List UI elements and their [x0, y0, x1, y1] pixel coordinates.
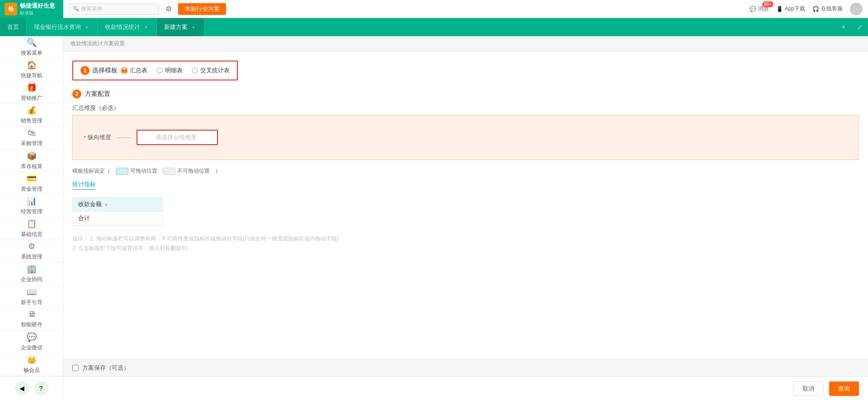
sidebar: 🔍 搜索菜单 🏠 快捷导航 🎁 营销推广 💰 销售管理 🛍 采购管理 📦 库存核…: [0, 36, 63, 400]
col-header-label: 收款金额: [78, 200, 102, 208]
gift-icon: 🎁: [27, 83, 37, 93]
sidebar-item-inventory[interactable]: 📦 库存核算: [0, 150, 63, 172]
tips-line-1: 提示： 1. 拖动标题栏可以调整布局，不可跨维度或指标区域拖动目字段(只能在同一…: [72, 235, 859, 243]
sidebar-label-system: 系统管理: [21, 253, 42, 261]
service-label: 在线客服: [821, 5, 843, 13]
message-icon: 💬: [750, 6, 756, 12]
sidebar-label-operation: 经营管理: [21, 208, 42, 216]
download-icon: 📱: [776, 6, 783, 12]
tab-newplan[interactable]: 新建方案 ×: [157, 18, 204, 36]
dimension-title: 汇总维度（必选）: [72, 104, 119, 111]
tab-newplan-close[interactable]: ×: [190, 24, 197, 30]
bag-icon: 🛍: [28, 128, 36, 138]
sidebar-item-corp[interactable]: 🏢 企业协同: [0, 263, 63, 285]
sidebar-label-inventory: 库存核算: [21, 163, 42, 170]
logo-icon: 畅: [5, 3, 17, 15]
sidebar-label-finance: 资金管理: [21, 185, 42, 193]
logo-text: 畅捷通好生意: [20, 2, 55, 10]
sidebar-item-purchase[interactable]: 🛍 采购管理: [0, 127, 63, 150]
search-icon: 🔍: [27, 38, 37, 47]
box-icon: 📦: [27, 151, 37, 161]
metrics-section: 模板指标设定（ 可拖动位置 不可拖动位置 ） 统计指标: [72, 167, 859, 226]
metrics-col-header[interactable]: 收款金额 ∨: [73, 198, 162, 212]
win-close-btn[interactable]: ×: [835, 18, 852, 36]
logo-sub: 标准版: [20, 10, 55, 16]
cancel-button[interactable]: 取消: [793, 381, 824, 396]
step1-num: 1: [80, 66, 90, 75]
sidebar-item-member[interactable]: 👑 畅会员: [0, 353, 63, 376]
search-placeholder: 搜索菜单: [81, 5, 103, 13]
sidebar-label-basic: 基础信息: [21, 231, 42, 238]
tips-section: 提示： 1. 拖动标题栏可以调整布局，不可跨维度或指标区域拖动目字段(只能在同一…: [72, 235, 859, 252]
metrics-table: 收款金额 ∨ 合计: [72, 197, 163, 226]
sidebar-item-search[interactable]: 🔍 搜索菜单: [0, 36, 63, 59]
radio-summary[interactable]: 汇总表: [121, 66, 147, 75]
crown-icon: 👑: [27, 355, 37, 365]
download-btn[interactable]: 📱 App下载: [776, 5, 805, 13]
service-btn[interactable]: 🎧 在线客服: [812, 5, 843, 13]
radio-detail[interactable]: 明细表: [156, 66, 183, 75]
settings-icon[interactable]: ⚙: [163, 3, 175, 15]
building-icon: 🏢: [27, 264, 37, 274]
sidebar-item-guide[interactable]: 📖 新手引导: [0, 286, 63, 308]
money-icon: 💰: [27, 105, 37, 115]
template-radio-group: 汇总表 明细表 交叉统计表: [121, 66, 230, 75]
win-max-btn[interactable]: ⤢: [852, 18, 868, 36]
search-icon: 🔍: [73, 6, 79, 12]
metrics-config-prefix: 模板指标设定（: [72, 167, 110, 175]
sidebar-label-nav: 快捷导航: [21, 72, 42, 80]
sidebar-label-marketing: 营销推广: [21, 94, 42, 102]
step1-row: 1 选择模板 汇总表: [72, 61, 859, 80]
sidebar-item-hardware[interactable]: 🖥 智能硬件: [0, 308, 63, 331]
sidebar-item-system[interactable]: ⚙ 系统管理: [0, 240, 63, 263]
tab-bank-close[interactable]: ×: [84, 24, 90, 30]
sidebar-item-operation[interactable]: 📊 经营管理: [0, 195, 63, 217]
radio-cross-circle: [192, 67, 198, 74]
sidebar-item-sales[interactable]: 💰 销售管理: [0, 104, 63, 127]
search-box[interactable]: 🔍 搜索菜单: [69, 3, 159, 15]
dim-arrow: ——: [117, 133, 131, 141]
industry-btn[interactable]: 体验行业方案: [178, 3, 226, 15]
dimension-placeholder: 请选择分组维度: [156, 133, 197, 141]
card-icon: 💳: [27, 174, 37, 184]
tab-newplan-label: 新建方案: [164, 23, 188, 31]
metrics-config-row: 模板指标设定（ 可拖动位置 不可拖动位置 ）: [72, 167, 859, 175]
service-icon: 🎧: [812, 6, 819, 12]
sidebar-item-nav[interactable]: 🏠 快捷导航: [0, 59, 63, 81]
tab-bank[interactable]: 现金银行流水查询 ×: [27, 18, 98, 36]
bottom-bar: 取消 查询: [63, 376, 868, 400]
query-button[interactable]: 查询: [829, 381, 859, 396]
non-draggable-label: 不可拖动位置: [177, 167, 210, 175]
sidebar-help-icon[interactable]: ?: [34, 381, 48, 395]
sidebar-label-corp: 企业协同: [21, 276, 42, 283]
tab-receipt-close[interactable]: ×: [143, 24, 149, 30]
sidebar-expand-icon[interactable]: ◀: [15, 381, 29, 395]
dimension-select[interactable]: 请选择分组维度: [137, 130, 218, 145]
save-label: 方案保存（可选）: [82, 364, 129, 372]
messages-badge: 99+: [762, 1, 774, 7]
dimension-area: * 纵向维度 —— 请选择分组维度: [72, 115, 859, 160]
chat-icon: 💬: [27, 332, 37, 342]
sidebar-item-finance[interactable]: 💳 资金管理: [0, 172, 63, 195]
step2-label: 方案配置: [85, 90, 110, 98]
footer-save-section: 方案保存（可选）: [63, 359, 868, 376]
sidebar-item-wechat[interactable]: 💬 企业微信: [0, 331, 63, 353]
sidebar-item-marketing[interactable]: 🎁 营销推广: [0, 81, 63, 104]
radio-detail-circle: [156, 67, 163, 74]
draggable-tag: 可拖动位置: [116, 167, 157, 175]
sidebar-item-basic[interactable]: 📋 基础信息: [0, 217, 63, 240]
avatar[interactable]: [850, 3, 863, 15]
tips-line-2: 2. 点击标题栏下拉可设置排序、插入列和删除列: [72, 245, 859, 252]
chevron-down-icon: ∨: [104, 202, 108, 207]
tab-receipt-label: 收款情况统计: [105, 23, 140, 31]
messages-btn[interactable]: 💬 消息 99+: [750, 5, 769, 13]
radio-cross[interactable]: 交叉统计表: [192, 66, 230, 75]
save-checkbox[interactable]: [72, 365, 79, 371]
tab-receipt[interactable]: 收款情况统计 ×: [98, 18, 157, 36]
metrics-label: 统计指标: [72, 180, 96, 190]
tab-home[interactable]: 首页: [0, 18, 27, 36]
sidebar-label-wechat: 企业微信: [21, 344, 42, 352]
step2-num: 2: [72, 89, 81, 99]
draggable-box: [116, 168, 128, 175]
home-icon: 🏠: [27, 60, 37, 70]
